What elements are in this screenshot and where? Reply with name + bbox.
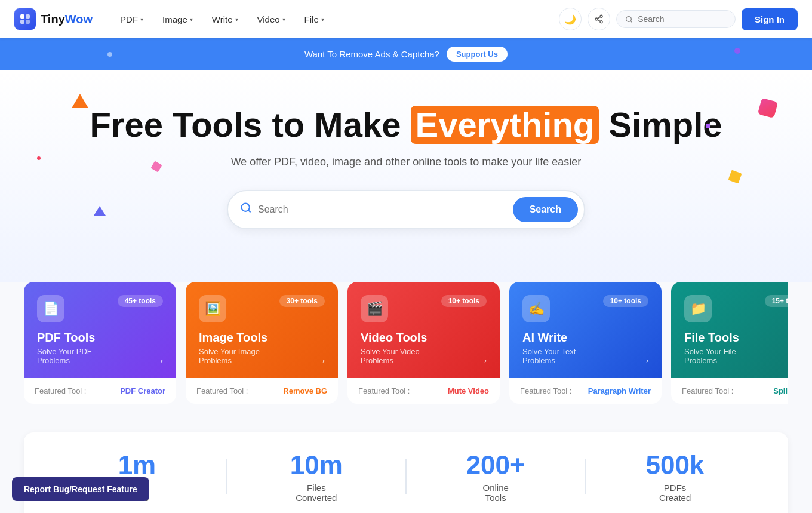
banner-text: Want To Remove Ads & Captcha? xyxy=(304,49,439,59)
card-left: 🖼️ Image Tools Solve Your Image Problems xyxy=(199,295,279,365)
stat-number: 1m xyxy=(48,450,226,480)
hero-subtitle: We offer PDF, video, image and other onl… xyxy=(12,156,800,168)
card-top: 🖼️ Image Tools Solve Your Image Problems… xyxy=(186,282,338,378)
hero-search-button[interactable]: Search xyxy=(513,197,578,222)
featured-tool-link[interactable]: Mute Video xyxy=(448,386,489,395)
card-top: ✍️ AI Write Solve Your Text Problems 10+… xyxy=(509,282,662,378)
card-badge: 10+ tools xyxy=(441,295,487,307)
card-left: 🎬 Video Tools Solve Your Video Problems xyxy=(361,295,441,365)
card-left: ✍️ AI Write Solve Your Text Problems xyxy=(522,295,603,365)
chevron-icon: ▾ xyxy=(321,16,324,23)
card-arrow-icon: → xyxy=(315,354,327,367)
svg-rect-1 xyxy=(26,14,30,19)
card-title: File Tools xyxy=(684,331,765,345)
card-bottom: Featured Tool : Mute Video xyxy=(347,378,500,404)
card-icon: 🖼️ xyxy=(199,295,226,322)
card-top: 📄 PDF Tools Solve Your PDF Problems 45+ … xyxy=(24,282,176,378)
logo-icon xyxy=(14,8,36,30)
hero-search-container: Search xyxy=(12,190,800,229)
card-bottom: Featured Tool : Remove BG xyxy=(186,378,338,404)
card-icon: 📄 xyxy=(37,295,64,322)
featured-label: Featured Tool : xyxy=(682,386,733,395)
navbar: TinyWow PDF ▾ Image ▾ Write ▾ Video ▾ Fi… xyxy=(0,0,812,38)
nav-item-file[interactable]: File ▾ xyxy=(296,10,333,29)
card-bottom: Featured Tool : Split Excel xyxy=(671,378,788,404)
featured-label: Featured Tool : xyxy=(358,386,410,395)
featured-tool-link[interactable]: Remove BG xyxy=(283,386,327,395)
nav-item-video[interactable]: Video ▾ xyxy=(249,10,294,29)
stat-label: OnlineTools xyxy=(407,483,585,503)
svg-point-4 xyxy=(600,15,602,17)
chevron-icon: ▾ xyxy=(140,16,143,23)
chevron-icon: ▾ xyxy=(190,16,193,23)
svg-rect-2 xyxy=(20,20,24,24)
search-icon xyxy=(240,202,252,217)
hero-title: Free Tools to Make Everything Simple xyxy=(12,106,800,144)
stat-number: 500k xyxy=(586,450,764,480)
stat-item-1: 10m FilesConverted xyxy=(227,450,405,503)
nav-item-image[interactable]: Image ▾ xyxy=(154,10,201,29)
navbar-search-input[interactable] xyxy=(638,14,727,24)
nav-item-pdf[interactable]: PDF ▾ xyxy=(112,10,152,29)
stat-label: PDFsCreated xyxy=(586,483,764,503)
card-title: AI Write xyxy=(522,331,603,345)
featured-label: Featured Tool : xyxy=(196,386,248,395)
tool-card-image[interactable]: 🖼️ Image Tools Solve Your Image Problems… xyxy=(186,282,338,404)
svg-line-10 xyxy=(630,21,632,22)
svg-rect-0 xyxy=(20,14,24,19)
card-arrow-icon: → xyxy=(153,354,165,367)
stat-item-3: 500k PDFsCreated xyxy=(586,450,764,503)
nav-actions: 🌙 Sign In xyxy=(559,8,798,30)
tool-card-ai[interactable]: ✍️ AI Write Solve Your Text Problems 10+… xyxy=(509,282,662,404)
svg-rect-3 xyxy=(26,20,30,24)
card-badge: 10+ tools xyxy=(603,295,648,307)
card-title: Image Tools xyxy=(199,331,279,345)
card-title: Video Tools xyxy=(361,331,441,345)
svg-line-12 xyxy=(248,210,251,213)
card-title: PDF Tools xyxy=(37,331,118,345)
decor-rect-yellow xyxy=(728,170,742,183)
sign-in-button[interactable]: Sign In xyxy=(742,8,798,30)
card-badge: 15+ tools xyxy=(765,295,788,307)
featured-tool-link[interactable]: PDF Creator xyxy=(120,386,165,395)
card-icon: ✍️ xyxy=(522,295,550,322)
card-arrow-icon: → xyxy=(639,354,651,367)
logo-text: TinyWow xyxy=(41,13,93,26)
hero-section: Free Tools to Make Everything Simple We … xyxy=(0,70,812,282)
banner-dot-2 xyxy=(734,48,740,54)
featured-label: Featured Tool : xyxy=(520,386,571,395)
card-left: 📁 File Tools Solve Your File Problems xyxy=(684,295,765,365)
tool-card-file[interactable]: 📁 File Tools Solve Your File Problems 15… xyxy=(671,282,788,404)
stat-item-2: 200+ OnlineTools xyxy=(407,450,585,503)
card-subtitle: Solve Your Image Problems xyxy=(199,347,279,365)
featured-tool-link[interactable]: Split Excel xyxy=(773,386,788,395)
svg-point-6 xyxy=(600,21,602,23)
svg-point-9 xyxy=(626,16,632,21)
card-bottom: Featured Tool : PDF Creator xyxy=(24,378,176,404)
support-us-button[interactable]: Support Us xyxy=(447,47,508,62)
chevron-icon: ▾ xyxy=(282,16,285,23)
featured-tool-link[interactable]: Paragraph Writer xyxy=(588,386,651,395)
hero-search-box: Search xyxy=(227,190,585,229)
card-icon: 🎬 xyxy=(361,295,388,322)
card-badge: 30+ tools xyxy=(279,295,325,307)
hero-search-input[interactable] xyxy=(258,204,513,215)
navbar-search[interactable] xyxy=(616,10,736,28)
logo[interactable]: TinyWow xyxy=(14,8,93,30)
nav-item-write[interactable]: Write ▾ xyxy=(204,10,247,29)
stat-number: 200+ xyxy=(407,450,585,480)
dark-mode-toggle[interactable]: 🌙 xyxy=(559,8,582,30)
share-button[interactable] xyxy=(588,8,610,30)
card-subtitle: Solve Your Video Problems xyxy=(361,347,441,365)
stat-label: FilesConverted xyxy=(227,483,405,503)
card-top: 🎬 Video Tools Solve Your Video Problems … xyxy=(347,282,500,378)
banner-dot-1 xyxy=(107,52,112,57)
card-badge: 45+ tools xyxy=(118,295,163,307)
nav-links: PDF ▾ Image ▾ Write ▾ Video ▾ File ▾ xyxy=(112,10,559,29)
tool-card-pdf[interactable]: 📄 PDF Tools Solve Your PDF Problems 45+ … xyxy=(24,282,176,404)
tool-card-video[interactable]: 🎬 Video Tools Solve Your Video Problems … xyxy=(347,282,500,404)
card-subtitle: Solve Your PDF Problems xyxy=(37,347,118,365)
cards-row: 📄 PDF Tools Solve Your PDF Problems 45+ … xyxy=(24,282,788,408)
svg-point-11 xyxy=(242,204,250,211)
report-bug-button[interactable]: Report Bug/Request Feature xyxy=(12,477,149,501)
